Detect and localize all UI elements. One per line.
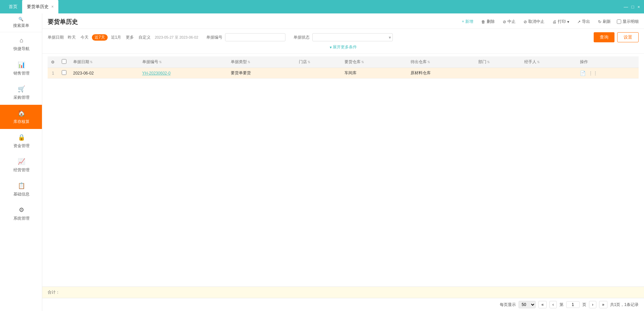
purchase-label: 采购管理 xyxy=(13,95,30,100)
next-page-button[interactable]: › xyxy=(589,301,596,308)
col-store-header: 门店⇅ xyxy=(296,56,341,68)
page-label: 第 xyxy=(559,302,564,308)
first-page-button[interactable]: « xyxy=(538,301,547,308)
sales-icon: 📊 xyxy=(18,61,25,69)
sidebar-item-operation[interactable]: 📈 经营管理 xyxy=(0,153,42,177)
sort-handler-icon[interactable]: ⇅ xyxy=(537,60,540,64)
date-btn-today[interactable]: 今天 xyxy=(79,34,90,41)
delete-icon: 🗑 xyxy=(481,19,485,24)
inventory-icon: 🏠 xyxy=(18,109,25,117)
tab-home[interactable]: 首页 xyxy=(4,0,22,13)
page-title: 要货单历史 xyxy=(48,18,78,26)
sidebar-item-basic[interactable]: 📋 基础信息 xyxy=(0,177,42,202)
print-button[interactable]: 🖨 打印 ▾ xyxy=(550,17,571,26)
page-input[interactable] xyxy=(566,301,580,308)
per-page-label: 每页显示 xyxy=(500,302,516,308)
filter-area: 单据日期 昨天 今天 近7天 近1月 更多 自定义 2023-05-27 至 2… xyxy=(42,29,644,54)
sidebar-item-system[interactable]: ⚙ 系统管理 xyxy=(0,202,42,226)
col-operation-header: 操作 xyxy=(577,56,639,68)
status-dropdown-icon[interactable]: ▾ xyxy=(389,35,391,40)
select-all-checkbox[interactable] xyxy=(62,59,66,64)
sidebar-item-sales[interactable]: 📊 销售管理 xyxy=(0,56,42,81)
close-tab-icon[interactable]: × xyxy=(51,4,54,9)
operation-icon: 📈 xyxy=(18,158,25,165)
col-date-header: 单据日期⇅ xyxy=(70,56,139,68)
purchase-icon: 🛒 xyxy=(18,85,25,93)
print-icon: 🖨 xyxy=(552,19,556,24)
system-icon: ⚙ xyxy=(19,206,24,214)
window-close-icon[interactable]: × xyxy=(637,4,640,9)
date-btn-1month[interactable]: 近1月 xyxy=(110,34,123,41)
refresh-button[interactable]: ↻ 刷新 xyxy=(596,17,613,26)
system-label: 系统管理 xyxy=(13,216,30,221)
row-reqwarehouse-cell: 车间库 xyxy=(341,68,407,79)
display-detail-checkbox[interactable]: 显示明细 xyxy=(617,19,639,25)
col-pendingwarehouse-header: 待出仓库⇅ xyxy=(407,56,475,68)
search-label: 搜索菜单 xyxy=(13,23,29,29)
date-btn-custom[interactable]: 自定义 xyxy=(137,34,152,41)
per-page-select[interactable]: 50 100 200 xyxy=(519,301,536,308)
sort-docno-icon[interactable]: ⇅ xyxy=(159,60,162,64)
sort-pendingwarehouse-icon[interactable]: ⇅ xyxy=(427,60,430,64)
sort-store-icon[interactable]: ⇅ xyxy=(308,60,310,64)
prev-page-button[interactable]: ‹ xyxy=(549,301,557,308)
expand-button[interactable]: ▾ 展开更多条件 xyxy=(330,44,357,50)
active-tab-label: 要货单历史 xyxy=(27,4,49,10)
stop-button[interactable]: ⊘ 中止 xyxy=(501,17,518,26)
date-filter-buttons: 昨天 今天 近7天 近1月 更多 自定义 xyxy=(66,34,152,41)
col-settings: ⚙ xyxy=(48,56,58,68)
date-btn-7days[interactable]: 近7天 xyxy=(92,34,108,41)
status-input[interactable] xyxy=(312,33,393,41)
filter-actions: 查询 设置 xyxy=(594,32,639,42)
operation-label: 经营管理 xyxy=(13,167,30,173)
query-button[interactable]: 查询 xyxy=(594,32,614,42)
row-doctype-cell: 要货单要货 xyxy=(227,68,295,79)
summary-label: 合计： xyxy=(48,290,60,295)
setting-button[interactable]: 设置 xyxy=(617,32,639,42)
top-bar-right: — □ × xyxy=(624,4,640,9)
row-check-cell xyxy=(58,68,70,79)
last-page-button[interactable]: » xyxy=(599,301,607,308)
row-docno-link[interactable]: YH-20230602-0 xyxy=(142,71,171,76)
quick-nav-label: 快捷导航 xyxy=(13,46,30,52)
display-detail-check[interactable] xyxy=(617,19,621,24)
filter-docno: 单据编号 xyxy=(206,33,285,41)
row-store-cell xyxy=(296,68,341,79)
more-icon[interactable]: ⋮⋮ xyxy=(588,71,598,76)
col-reqwarehouse-header: 要货仓库⇅ xyxy=(341,56,407,68)
table-header-row: ⚙ 单据日期⇅ 单据编号⇅ 单据类型⇅ 门店⇅ 要货仓库⇅ 待出仓库⇅ 部门⇅ … xyxy=(48,56,639,68)
cancel-stop-icon: ⊘ xyxy=(524,19,527,24)
sort-doctype-icon[interactable]: ⇅ xyxy=(248,60,250,64)
row-index-cell: 1 xyxy=(48,68,58,79)
sort-date-icon[interactable]: ⇅ xyxy=(90,60,93,64)
data-table: ⚙ 单据日期⇅ 单据编号⇅ 单据类型⇅ 门店⇅ 要货仓库⇅ 待出仓库⇅ 部门⇅ … xyxy=(48,56,639,79)
expand-label: 展开更多条件 xyxy=(333,44,357,50)
main-layout: 🔍 搜索菜单 ⌂ 快捷导航 📊 销售管理 🛒 采购管理 🏠 库存核算 🔒 资金管… xyxy=(0,13,644,311)
sidebar-item-finance[interactable]: 🔒 资金管理 xyxy=(0,129,42,153)
sort-department-icon[interactable]: ⇅ xyxy=(487,60,490,64)
sidebar-item-quick-nav[interactable]: ⌂ 快捷导航 xyxy=(0,32,42,56)
sidebar-search[interactable]: 🔍 搜索菜单 xyxy=(0,13,42,32)
date-btn-yesterday[interactable]: 昨天 xyxy=(66,34,77,41)
sidebar-item-inventory[interactable]: 🏠 库存核算 xyxy=(0,105,42,129)
delete-button[interactable]: 🗑 删除 xyxy=(479,17,497,26)
minimize-icon[interactable]: — xyxy=(624,4,628,9)
maximize-icon[interactable]: □ xyxy=(632,4,634,9)
export-button[interactable]: ↗ 导出 xyxy=(575,17,592,26)
top-bar: 首页 要货单历史 × — □ × xyxy=(0,0,644,13)
cancel-stop-button[interactable]: ⊘ 取消中止 xyxy=(522,17,546,26)
date-btn-more[interactable]: 更多 xyxy=(124,34,135,41)
new-button[interactable]: + 新增 xyxy=(460,17,475,26)
docno-input[interactable] xyxy=(225,33,285,41)
edit-icon[interactable]: 📄 xyxy=(580,71,586,76)
row-docno-cell: YH-20230602-0 xyxy=(139,68,228,79)
col-docno-header: 单据编号⇅ xyxy=(139,56,228,68)
sort-reqwarehouse-icon[interactable]: ⇅ xyxy=(361,60,364,64)
row-checkbox[interactable] xyxy=(62,70,66,75)
total-info: 共1页，1条记录 xyxy=(610,302,639,308)
tab-active[interactable]: 要货单历史 × xyxy=(22,0,58,13)
page-header: 要货单历史 + 新增 🗑 删除 ⊘ 中止 ⊘ 取消中止 🖨 打印 xyxy=(42,13,644,29)
sidebar-item-purchase[interactable]: 🛒 采购管理 xyxy=(0,81,42,105)
docno-label: 单据编号 xyxy=(206,35,222,40)
basic-icon: 📋 xyxy=(18,182,25,189)
